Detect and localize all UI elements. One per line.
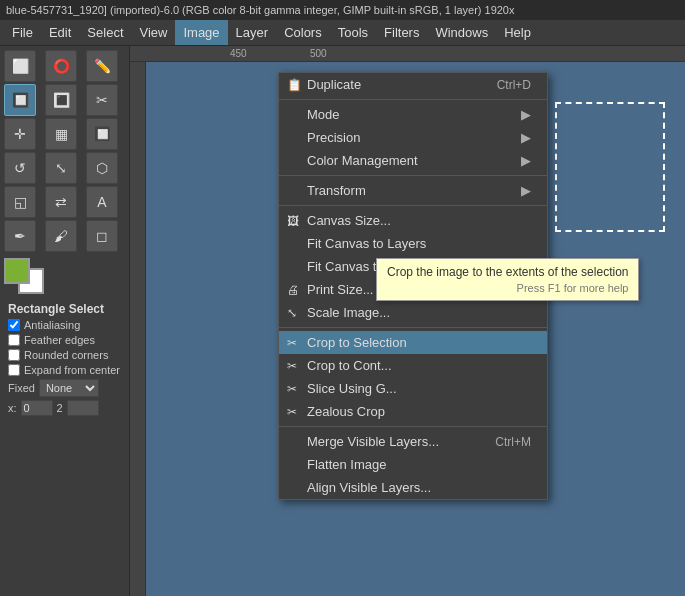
tool-color-select[interactable]: 🔳 [45, 84, 77, 116]
tool-text[interactable]: A [86, 186, 118, 218]
merge-visible-label: Merge Visible Layers... [307, 434, 439, 449]
precision-arrow: ▶ [521, 130, 531, 145]
menu-item-crop-to-selection[interactable]: ✂ Crop to Selection [279, 331, 547, 354]
menu-tools[interactable]: Tools [330, 20, 376, 45]
menu-item-duplicate[interactable]: 📋 Duplicate Ctrl+D [279, 73, 547, 96]
title-text: blue-5457731_1920] (imported)-6.0 (RGB c… [6, 4, 515, 16]
menu-item-flatten-image[interactable]: Flatten Image [279, 453, 547, 476]
menu-image[interactable]: Image [175, 20, 227, 45]
menu-windows[interactable]: Windows [427, 20, 496, 45]
option-fixed: Fixed None [8, 379, 121, 397]
print-size-label: Print Size... [307, 282, 373, 297]
selection-box [555, 102, 665, 232]
tool-ellipse-select[interactable]: ⭕ [45, 50, 77, 82]
fixed-label: Fixed [8, 382, 35, 394]
menu-item-crop-to-content[interactable]: ✂ Crop to Cont... [279, 354, 547, 377]
rounded-corners-label: Rounded corners [24, 349, 108, 361]
ruler-vertical [130, 62, 146, 596]
tool-free-select[interactable]: ✏️ [86, 50, 118, 82]
tool-pencil[interactable]: ✒ [4, 220, 36, 252]
menu-view[interactable]: View [132, 20, 176, 45]
separator-3 [279, 205, 547, 206]
option-rounded-corners: Rounded corners [8, 349, 121, 361]
duplicate-label: Duplicate [307, 77, 361, 92]
canvas-size-icon: 🖼 [287, 214, 299, 228]
menu-item-scale-image[interactable]: ⤡ Scale Image... [279, 301, 547, 324]
menu-item-precision[interactable]: Precision ▶ [279, 126, 547, 149]
fit-canvas-selection-label: Fit Canvas to Selection [307, 259, 441, 274]
tool-fuzzy-select[interactable]: 🔲 [4, 84, 36, 116]
option-coords: x: 2 [8, 400, 121, 416]
color-management-label: Color Management [307, 153, 418, 168]
zealous-crop-icon: ✂ [287, 405, 297, 419]
scale-image-label: Scale Image... [307, 305, 390, 320]
ruler-horizontal: 450 500 [130, 46, 685, 62]
tool-scale[interactable]: ⤡ [45, 152, 77, 184]
menu-item-color-management[interactable]: Color Management ▶ [279, 149, 547, 172]
crop-selection-label: Crop to Selection [307, 335, 407, 350]
tool-shear[interactable]: ⬡ [86, 152, 118, 184]
foreground-color[interactable] [4, 258, 30, 284]
crop-content-icon: ✂ [287, 359, 297, 373]
menu-item-fit-canvas-layers[interactable]: Fit Canvas to Layers [279, 232, 547, 255]
scale-image-icon: ⤡ [287, 306, 297, 320]
duplicate-shortcut: Ctrl+D [477, 78, 531, 92]
title-bar: blue-5457731_1920] (imported)-6.0 (RGB c… [0, 0, 685, 20]
expand-from-center-label: Expand from center [24, 364, 120, 376]
tool-align[interactable]: ▦ [45, 118, 77, 150]
image-menu[interactable]: 📋 Duplicate Ctrl+D Mode ▶ Precision ▶ Co… [278, 72, 548, 500]
merge-visible-shortcut: Ctrl+M [475, 435, 531, 449]
separator-5 [279, 426, 547, 427]
fit-canvas-layers-label: Fit Canvas to Layers [307, 236, 426, 251]
antialiasing-label: Antialiasing [24, 319, 80, 331]
separator-1 [279, 99, 547, 100]
y-coord-input[interactable] [67, 400, 99, 416]
duplicate-icon: 📋 [287, 78, 302, 92]
feather-edges-checkbox[interactable] [8, 334, 20, 346]
tool-perspective[interactable]: ◱ [4, 186, 36, 218]
main-layout: ⬜ ⭕ ✏️ 🔲 🔳 ✂ ✛ ▦ 🔲 ↺ ⤡ ⬡ ◱ ⇄ A ✒ 🖌 ◻ [0, 46, 685, 596]
mode-arrow: ▶ [521, 107, 531, 122]
menu-edit[interactable]: Edit [41, 20, 79, 45]
separator-4 [279, 327, 547, 328]
menu-item-merge-visible[interactable]: Merge Visible Layers... Ctrl+M [279, 430, 547, 453]
menu-item-transform[interactable]: Transform ▶ [279, 179, 547, 202]
tool-flip[interactable]: ⇄ [45, 186, 77, 218]
canvas-area: 450 500 📋 Duplicate Ctrl+D Mode ▶ [130, 46, 685, 596]
menu-file[interactable]: File [4, 20, 41, 45]
zealous-crop-label: Zealous Crop [307, 404, 385, 419]
fixed-select[interactable]: None [39, 379, 99, 397]
expand-from-center-checkbox[interactable] [8, 364, 20, 376]
antialiasing-checkbox[interactable] [8, 319, 20, 331]
menu-filters[interactable]: Filters [376, 20, 427, 45]
tool-eraser[interactable]: ◻ [86, 220, 118, 252]
color-boxes [4, 258, 125, 294]
feather-edges-label: Feather edges [24, 334, 95, 346]
menu-colors[interactable]: Colors [276, 20, 330, 45]
transform-label: Transform [307, 183, 366, 198]
menu-help[interactable]: Help [496, 20, 539, 45]
tool-rect-select[interactable]: ⬜ [4, 50, 36, 82]
x-coord-input[interactable] [21, 400, 53, 416]
menu-item-align-visible[interactable]: Align Visible Layers... [279, 476, 547, 499]
separator-2 [279, 175, 547, 176]
mode-label: Mode [307, 107, 340, 122]
menu-item-mode[interactable]: Mode ▶ [279, 103, 547, 126]
rounded-corners-checkbox[interactable] [8, 349, 20, 361]
tool-grid: ⬜ ⭕ ✏️ 🔲 🔳 ✂ ✛ ▦ 🔲 ↺ ⤡ ⬡ ◱ ⇄ A ✒ 🖌 ◻ [4, 50, 125, 252]
menu-item-zealous-crop[interactable]: ✂ Zealous Crop [279, 400, 547, 423]
tool-scissors[interactable]: ✂ [86, 84, 118, 116]
menu-item-fit-canvas-selection[interactable]: Fit Canvas to Selection [279, 255, 547, 278]
tool-crop[interactable]: 🔲 [86, 118, 118, 150]
menu-item-slice-using[interactable]: ✂ Slice Using G... [279, 377, 547, 400]
canvas-size-label: Canvas Size... [307, 213, 391, 228]
menu-item-print-size[interactable]: 🖨 Print Size... [279, 278, 547, 301]
menu-select[interactable]: Select [79, 20, 131, 45]
menu-layer[interactable]: Layer [228, 20, 277, 45]
tool-paintbrush[interactable]: 🖌 [45, 220, 77, 252]
tool-rotate[interactable]: ↺ [4, 152, 36, 184]
coords-label: x: [8, 402, 17, 414]
align-visible-label: Align Visible Layers... [307, 480, 431, 495]
menu-item-canvas-size[interactable]: 🖼 Canvas Size... [279, 209, 547, 232]
tool-move[interactable]: ✛ [4, 118, 36, 150]
